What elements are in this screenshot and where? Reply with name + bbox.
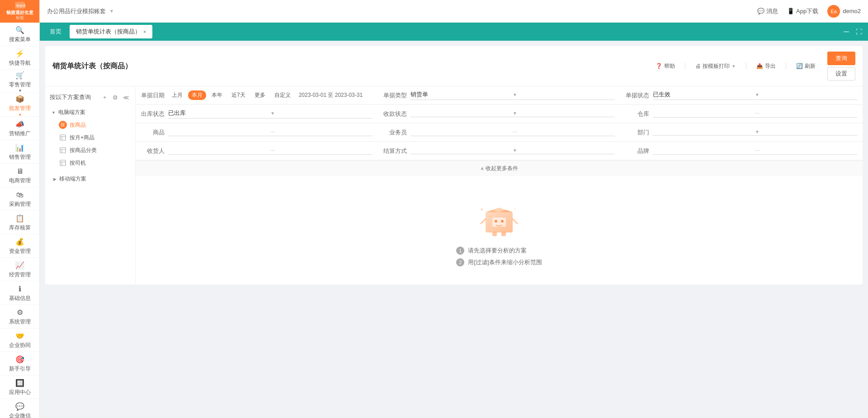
settle-control[interactable]: ▼ xyxy=(410,148,615,154)
avatar-initials: Ea xyxy=(831,9,837,14)
mobile-group-title[interactable]: ▶ 移动端方案 xyxy=(47,173,135,185)
date-tab-last-month[interactable]: 上月 xyxy=(168,90,186,100)
empty-tip-1-text: 请先选择要分析的方案 xyxy=(468,247,527,255)
app-download-btn[interactable]: 📱 App下载 xyxy=(787,7,818,15)
print-btn[interactable]: 🖨 按模板打印 ▼ xyxy=(693,61,739,71)
outstock-control[interactable]: 已出库 ▼ xyxy=(168,109,373,119)
date-tab-more[interactable]: 更多 xyxy=(251,90,269,100)
sidebar-item-appstore-label: 应用中心 xyxy=(9,389,31,396)
guide-icon: 🎯 xyxy=(15,355,24,364)
help-btn[interactable]: ❓ 帮助 xyxy=(653,61,678,71)
tab-home[interactable]: 首页 xyxy=(43,25,68,38)
brand-control[interactable]: ··· xyxy=(653,147,857,155)
sidebar-item-wechat[interactable]: 💬 企业微信 xyxy=(0,399,39,418)
svg-rect-18 xyxy=(501,232,506,236)
sidebar-item-basic[interactable]: ℹ 基础信息 xyxy=(0,281,39,305)
tab-close-icon[interactable]: × xyxy=(143,29,146,34)
sidebar-item-operations[interactable]: 📈 经营管理 xyxy=(0,258,39,281)
sidebar-item-retail[interactable]: 🛒 零售管理 ▼ xyxy=(0,70,39,93)
outstock-dropdown-icon[interactable]: ▼ xyxy=(270,111,373,116)
receiver-control[interactable]: ··· xyxy=(168,147,373,155)
scheme-item-by-driver[interactable]: 按司机 xyxy=(45,157,135,169)
tab-active-report[interactable]: 销货单统计表（按商品） × xyxy=(70,25,152,38)
settings-button[interactable]: 设置 xyxy=(827,67,855,81)
receiver-more-icon[interactable]: ··· xyxy=(270,147,373,153)
status-dropdown-icon[interactable]: ▼ xyxy=(755,92,857,97)
date-tab-current-month[interactable]: 本月 xyxy=(188,90,206,100)
query-button[interactable]: 查询 xyxy=(827,52,855,65)
sidebar-item-appstore[interactable]: 🔲 应用中心 xyxy=(0,375,39,399)
scheme-panel-icons: ＋ ⚙ ≪ xyxy=(100,93,131,102)
date-tab-7days[interactable]: 近7天 xyxy=(228,90,249,100)
pc-group-title[interactable]: ▼ 电脑端方案 xyxy=(45,106,135,119)
sidebar-item-inventory[interactable]: 📋 库存核算 xyxy=(0,211,39,234)
wechat-icon: 💬 xyxy=(15,402,24,411)
sidebar-item-marketing[interactable]: 📣 营销推广 xyxy=(0,117,39,140)
type-control[interactable]: 销货单 ▼ xyxy=(410,90,615,100)
outstock-label: 出库状态 xyxy=(141,110,168,118)
sidebar-item-nav[interactable]: ⚡ 快捷导航 xyxy=(0,46,39,70)
goods-control[interactable]: ··· xyxy=(168,128,373,136)
staff-control[interactable]: ··· xyxy=(410,128,615,136)
scheme-collapse-btn[interactable]: ≪ xyxy=(122,93,131,102)
industry-selector[interactable]: 办公用品行业模拟账套 xyxy=(47,7,106,15)
filter-area: 单据日期 上月 本月 本年 近7天 更多 自定义 xyxy=(136,86,863,176)
operations-icon: 📈 xyxy=(15,261,24,270)
staff-more-icon[interactable]: ··· xyxy=(513,128,615,135)
goods-label: 商品 xyxy=(141,128,168,137)
sidebar-item-system[interactable]: ⚙ 系统管理 xyxy=(0,305,39,328)
scheme-panel-header: 按以下方案查询 ＋ ⚙ ≪ xyxy=(45,90,135,104)
app-title: 畅捷通好生意 xyxy=(6,10,33,15)
divider3 xyxy=(786,63,786,69)
help-label: 帮助 xyxy=(664,62,675,70)
scheme-item-sq-icon2 xyxy=(59,146,67,154)
tab-minimize-btn[interactable]: ─ xyxy=(841,26,852,37)
status-value: 已生效 xyxy=(653,90,755,99)
scheme-item-sq-icon1 xyxy=(59,133,67,142)
receipt-dropdown-icon[interactable]: ▼ xyxy=(513,111,615,116)
export-btn[interactable]: 📤 导出 xyxy=(754,61,778,71)
sidebar-item-wholesale[interactable]: 📦 批发管理 ▲ xyxy=(0,93,39,117)
wholesale-icon: 📦 xyxy=(15,95,24,103)
brand-more-icon[interactable]: ··· xyxy=(755,147,857,153)
scheme-item-by-goods[interactable]: 按 按商品 xyxy=(45,119,135,131)
receipt-control[interactable]: ▼ xyxy=(410,111,615,117)
sidebar-item-guide[interactable]: 🎯 新手引导 xyxy=(0,352,39,375)
date-tab-custom[interactable]: 自定义 xyxy=(271,90,294,100)
type-dropdown-icon[interactable]: ▼ xyxy=(513,92,615,97)
app-download-label: App下载 xyxy=(796,7,818,15)
scheme-settings-btn[interactable]: ⚙ xyxy=(111,93,120,102)
sidebar-item-finance[interactable]: 💰 资金管理 xyxy=(0,234,39,258)
empty-tip-2: 2 用[过滤]条件来缩小分析范围 xyxy=(456,258,542,266)
top-header: 办公用品行业模拟账套 ▼ 💬 消息 📱 App下载 Ea demo2 xyxy=(40,0,868,23)
sidebar-item-sales[interactable]: 📊 销售管理 xyxy=(0,140,39,164)
print-dropdown-icon[interactable]: ▼ xyxy=(731,64,736,69)
scheme-item-by-category[interactable]: 按商品分类 xyxy=(45,144,135,157)
nav-icon: ⚡ xyxy=(15,49,24,58)
dept-dropdown-icon[interactable]: ▼ xyxy=(755,129,857,134)
warehouse-label: 仓库 xyxy=(626,110,653,118)
sidebar-item-purchase[interactable]: 🛍 采购管理 xyxy=(0,187,39,211)
collapse-row[interactable]: ∧ 收起更多条件 xyxy=(136,161,863,176)
date-tab-current-year[interactable]: 本年 xyxy=(208,90,226,100)
scheme-item-by-month-goods-label: 按月+商品 xyxy=(70,134,94,142)
refresh-btn[interactable]: 🔄 刷新 xyxy=(793,61,818,71)
message-btn[interactable]: 💬 消息 xyxy=(757,7,778,15)
warehouse-control[interactable]: ··· xyxy=(653,110,857,118)
settle-dropdown-icon[interactable]: ▼ xyxy=(513,148,615,153)
dept-control[interactable]: ▼ xyxy=(653,129,857,136)
sidebar-item-ecommerce[interactable]: 🖥 电商管理 xyxy=(0,164,39,187)
receipt-label: 收款状态 xyxy=(383,110,410,118)
scheme-item-by-month-goods[interactable]: 按月+商品 xyxy=(45,131,135,144)
goods-more-icon[interactable]: ··· xyxy=(270,128,373,135)
scheme-item-active-icon: 按 xyxy=(59,121,67,129)
status-control[interactable]: 已生效 ▼ xyxy=(653,90,857,100)
industry-dropdown-icon[interactable]: ▼ xyxy=(109,9,114,14)
sidebar-item-search[interactable]: 🔍 搜索菜单 xyxy=(0,23,39,46)
scheme-add-btn[interactable]: ＋ xyxy=(100,93,109,102)
user-profile[interactable]: Ea demo2 xyxy=(827,5,861,18)
empty-tips: 1 请先选择要分析的方案 2 用[过滤]条件来缩小分析范围 xyxy=(456,247,542,266)
warehouse-more-icon[interactable]: ··· xyxy=(755,110,857,116)
tab-maximize-btn[interactable]: ⛶ xyxy=(854,26,864,37)
sidebar-item-collab[interactable]: 🤝 企业协同 xyxy=(0,328,39,352)
